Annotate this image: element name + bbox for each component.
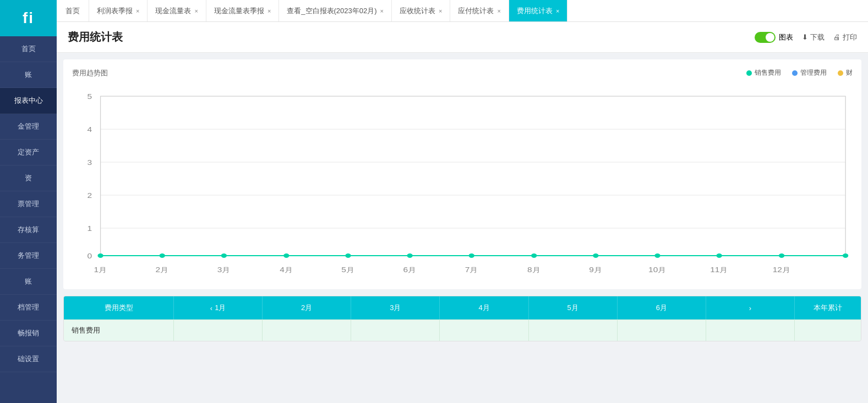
svg-text:3: 3 (87, 159, 92, 167)
svg-text:8月: 8月 (527, 266, 541, 274)
chart-section: 费用趋势图 销售费用 管理费用 财 (63, 59, 861, 289)
sidebar-item-home[interactable]: 首页 (0, 36, 57, 62)
svg-text:4: 4 (87, 126, 92, 134)
svg-point-17 (345, 253, 351, 258)
sidebar-item-ledger[interactable]: 账 (0, 269, 57, 295)
sidebar-item-archive[interactable]: 档管理 (0, 295, 57, 321)
table-cell-type: 销售费用 (64, 320, 174, 341)
sidebar-logo: fi (0, 0, 57, 36)
table-header-nav-right[interactable]: › (706, 296, 795, 319)
svg-point-19 (469, 253, 474, 258)
sidebar-item-expense[interactable]: 畅报销 (0, 321, 57, 346)
sidebar-item-account[interactable]: 账 (0, 62, 57, 88)
tab-cashflow-quarter[interactable]: 现金流量表季报 × (206, 0, 279, 22)
close-tab-expense-stats[interactable]: × (556, 8, 559, 14)
tab-receivable[interactable]: 应收统计表 × (392, 0, 450, 22)
table-row-sales: 销售费用 (64, 319, 861, 341)
legend-label-finance: 财 (846, 68, 853, 78)
chart-area: 5 4 3 2 1 0 (72, 82, 853, 280)
sidebar-item-settings[interactable]: 础设置 (0, 346, 57, 372)
table-header-month3: 3月 (351, 296, 440, 319)
chart-toggle-label: 图表 (779, 32, 793, 42)
legend-dot-sales (746, 70, 752, 76)
chart-toggle[interactable] (755, 32, 776, 43)
svg-point-16 (283, 253, 289, 258)
prev-page-icon[interactable]: ‹ (210, 304, 212, 312)
month-1-header: 1月 (215, 303, 226, 313)
svg-rect-12 (101, 96, 846, 256)
table-header: 费用类型 ‹ 1月 2月 3月 4月 5月 6月 › 本年累计 (64, 296, 861, 319)
sidebar-item-capital[interactable]: 资 (0, 165, 57, 191)
data-table-section: 费用类型 ‹ 1月 2月 3月 4月 5月 6月 › 本年累计 销售费用 (63, 296, 861, 341)
page-title: 费用统计表 (68, 30, 123, 45)
table-header-nav-left[interactable]: ‹ 1月 (174, 296, 263, 319)
sidebar-item-invoice[interactable]: 票管理 (0, 191, 57, 217)
tab-cashflow[interactable]: 现金流量表 × (148, 0, 206, 22)
svg-text:11月: 11月 (710, 266, 728, 274)
sidebar-item-inventory[interactable]: 存核算 (0, 217, 57, 243)
tab-payable[interactable]: 应付统计表 × (450, 0, 509, 22)
svg-point-23 (716, 253, 722, 258)
table-header-month6: 6月 (618, 296, 706, 319)
tab-expense-stats[interactable]: 费用统计表 × (509, 0, 567, 22)
chart-toggle-wrap: 图表 (755, 32, 793, 43)
tab-profit-quarter[interactable]: 利润表季报 × (89, 0, 148, 22)
chart-title: 费用趋势图 (72, 68, 108, 78)
svg-point-20 (531, 253, 537, 258)
svg-text:9月: 9月 (589, 266, 602, 274)
header-actions: 图表 ⬇ 下载 🖨 打印 (755, 32, 857, 43)
chart-svg: 5 4 3 2 1 0 (72, 82, 853, 280)
table-cell-m2 (263, 320, 351, 341)
content-area: 费用统计表 图表 ⬇ 下载 🖨 打印 费用趋势图 (57, 22, 868, 403)
download-icon: ⬇ (802, 33, 808, 41)
legend-dot-finance (838, 70, 843, 76)
legend-dot-admin (792, 70, 798, 76)
svg-point-25 (843, 253, 848, 258)
svg-text:6月: 6月 (403, 266, 416, 274)
close-tab-payable[interactable]: × (497, 8, 500, 14)
table-cell-m4 (440, 320, 528, 341)
legend-admin: 管理费用 (792, 68, 827, 78)
sidebar-item-assets[interactable]: 定资产 (0, 140, 57, 165)
page-header: 费用统计表 图表 ⬇ 下载 🖨 打印 (57, 22, 868, 53)
svg-text:5: 5 (87, 93, 92, 101)
svg-point-13 (97, 253, 103, 258)
table-cell-m5 (529, 320, 618, 341)
table-header-month2: 2月 (263, 296, 351, 319)
next-page-icon[interactable]: › (749, 304, 751, 312)
sidebar-item-cash[interactable]: 金管理 (0, 114, 57, 140)
tab-bar: 首页 利润表季报 × 现金流量表 × 现金流量表季报 × 查看_空白报表(202… (57, 0, 868, 22)
table-cell-total (795, 320, 861, 341)
legend-sales: 销售费用 (746, 68, 781, 78)
close-tab-profit-quarter[interactable]: × (136, 8, 139, 14)
svg-point-22 (654, 253, 660, 258)
tab-home[interactable]: 首页 (57, 0, 89, 22)
table-header-type: 费用类型 (64, 296, 174, 319)
table-cell-m1 (174, 320, 263, 341)
close-tab-cashflow-quarter[interactable]: × (268, 8, 271, 14)
svg-text:7月: 7月 (465, 266, 478, 274)
chart-legend: 销售费用 管理费用 财 (746, 68, 853, 78)
table-cell-m6 (618, 320, 706, 341)
svg-text:10月: 10月 (648, 266, 667, 274)
sidebar-item-reports[interactable]: 报表中心 (0, 88, 57, 114)
close-tab-blank-report[interactable]: × (380, 8, 384, 14)
tab-blank-report[interactable]: 查看_空白报表(2023年02月) × (279, 0, 392, 22)
svg-text:0: 0 (87, 252, 92, 260)
print-button[interactable]: 🖨 打印 (833, 32, 857, 42)
svg-point-14 (160, 253, 165, 258)
sidebar-item-service[interactable]: 务管理 (0, 243, 57, 269)
download-button[interactable]: ⬇ 下载 (802, 32, 825, 42)
legend-label-sales: 销售费用 (755, 68, 781, 78)
svg-text:1月: 1月 (94, 266, 107, 274)
table-cell-placeholder (706, 320, 795, 341)
close-tab-receivable[interactable]: × (439, 8, 442, 14)
svg-text:5月: 5月 (341, 266, 354, 274)
svg-text:4月: 4月 (280, 266, 293, 274)
legend-label-admin: 管理费用 (800, 68, 827, 78)
sidebar: fi 首页 账 报表中心 金管理 定资产 资 票管理 存核算 务管理 账 档管理… (0, 0, 57, 403)
svg-point-18 (407, 253, 412, 258)
table-header-month5: 5月 (529, 296, 618, 319)
svg-text:1: 1 (87, 225, 92, 233)
close-tab-cashflow[interactable]: × (194, 8, 198, 14)
